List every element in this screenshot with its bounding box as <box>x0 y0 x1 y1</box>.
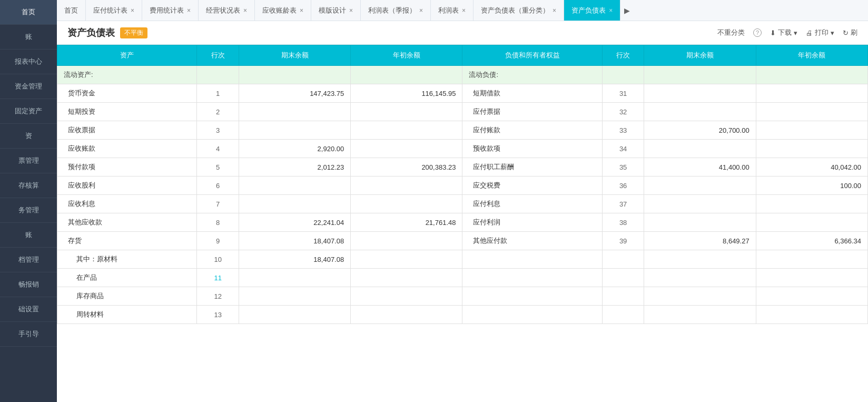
tab-ar-aging[interactable]: 应收账龄表 × <box>255 0 311 21</box>
cell-year-start <box>351 103 462 121</box>
table-row[interactable]: 应收股利 6 应交税费 36 100.00 <box>57 177 868 195</box>
sidebar-item-doc-mgmt[interactable]: 档管理 <box>0 248 57 272</box>
cell-year-start2 <box>756 287 867 306</box>
sidebar-item-report-center[interactable]: 报表中心 <box>0 50 57 74</box>
cell-year-start: 200,383.23 <box>351 158 462 177</box>
cell-row-num2: 39 <box>602 232 644 250</box>
cell-year-start <box>351 177 462 195</box>
sidebar-item-guide[interactable]: 手引导 <box>0 322 57 347</box>
cell-asset: 短期投资 <box>57 103 197 121</box>
cell-row-num: 13 <box>197 306 239 324</box>
cell-row-num: 3 <box>197 121 239 140</box>
tab-close-ar-aging[interactable]: × <box>300 7 303 14</box>
cell-liab: 应付职工薪酬 <box>462 158 602 177</box>
cell-row-num: 11 <box>197 269 239 287</box>
tab-close-profit[interactable]: × <box>462 7 466 14</box>
sidebar: 首页 账 报表中心 资金管理 固定资产 资 票管理 存核算 务管理 账 档管理 … <box>0 0 57 402</box>
table-row[interactable]: 应收账款 4 2,920.00 预收款项 34 <box>57 140 868 158</box>
table-row[interactable]: 短期投资 2 应付票据 32 <box>57 103 868 121</box>
cell-period-end2: 20,700.00 <box>644 121 756 140</box>
tab-profit[interactable]: 利润表 × <box>431 0 474 21</box>
cell-row-num2: 32 <box>602 103 644 121</box>
cell-year-start <box>351 232 462 250</box>
table-row[interactable]: 存货 9 18,407.08 其他应付款 39 8,649.27 6,366.3… <box>57 232 868 250</box>
table-row[interactable]: 应收利息 7 应付利息 37 <box>57 195 868 213</box>
cell-row-num: 4 <box>197 140 239 158</box>
table-row[interactable]: 在产品 11 <box>57 269 868 287</box>
cell-row-num: 9 <box>197 232 239 250</box>
tab-close-operations[interactable]: × <box>243 7 247 14</box>
cell-period-end2 <box>644 213 756 232</box>
sidebar-item-account[interactable]: 账 <box>0 25 57 50</box>
table-row[interactable]: 其中：原材料 10 18,407.08 <box>57 250 868 269</box>
cell-row-num: 7 <box>197 195 239 213</box>
cell-liab <box>462 287 602 306</box>
tab-close-ap-stats[interactable]: × <box>131 7 134 14</box>
table-row[interactable]: 应收票据 3 应付账款 33 20,700.00 <box>57 121 868 140</box>
cell-period-end: 18,407.08 <box>239 250 350 269</box>
cell-period-end <box>239 195 350 213</box>
col-year-start: 年初余额 <box>351 45 462 66</box>
table-row[interactable]: 预付款项 5 2,012.23 200,383.23 应付职工薪酬 35 41,… <box>57 158 868 177</box>
sidebar-item-tax-mgmt[interactable]: 务管理 <box>0 198 57 223</box>
sidebar-item-home[interactable]: 首页 <box>0 0 57 25</box>
sidebar-item-ledger[interactable]: 账 <box>0 223 57 248</box>
cell-row-num: 1 <box>197 84 239 103</box>
cell-row-num2: 37 <box>602 195 644 213</box>
table-row[interactable]: 其他应收款 8 22,241.04 21,761.48 应付利润 38 <box>57 213 868 232</box>
tab-close-expense-stats[interactable]: × <box>187 7 191 14</box>
sidebar-item-settings[interactable]: 础设置 <box>0 297 57 322</box>
tab-balance-sheet[interactable]: 资产负债表 × <box>564 0 620 21</box>
cell-asset: 其中：原材料 <box>57 250 197 269</box>
col-asset: 资产 <box>57 45 197 66</box>
cell-row-num2: 38 <box>602 213 644 232</box>
cell-period-end: 2,012.23 <box>239 158 350 177</box>
sidebar-item-inventory[interactable]: 存核算 <box>0 173 57 198</box>
sidebar-item-fund-mgmt[interactable]: 资金管理 <box>0 74 57 99</box>
cell-asset: 存货 <box>57 232 197 250</box>
tab-close-profit-quarterly[interactable]: × <box>419 7 423 14</box>
table-row[interactable]: 流动资产: 流动负债: <box>57 66 868 84</box>
cell-period-end <box>239 103 350 121</box>
tab-ap-stats[interactable]: 应付统计表 × <box>86 0 142 21</box>
cell-year-start2 <box>756 269 867 287</box>
cell-asset: 应收利息 <box>57 195 197 213</box>
cell-row-num2 <box>602 287 644 306</box>
cell-year-start2: 100.00 <box>756 177 867 195</box>
classify-label: 不重分类 <box>717 28 745 37</box>
section-year-start2 <box>756 66 867 84</box>
tab-operations[interactable]: 经营状况表 × <box>199 0 255 21</box>
section-year-start <box>351 66 462 84</box>
sidebar-item-fixed-assets[interactable]: 固定资产 <box>0 99 57 124</box>
cell-year-start <box>351 121 462 140</box>
cell-year-start2 <box>756 250 867 269</box>
cell-row-num2: 36 <box>602 177 644 195</box>
tab-balance-reclassified[interactable]: 资产负债表（重分类） × <box>474 0 564 21</box>
table-row[interactable]: 货币资金 1 147,423.75 116,145.95 短期借款 31 <box>57 84 868 103</box>
tab-home[interactable]: 首页 <box>57 0 86 21</box>
sidebar-item-expense[interactable]: 畅报销 <box>0 272 57 297</box>
table-row[interactable]: 周转材料 13 <box>57 306 868 324</box>
cell-period-end: 147,423.75 <box>239 84 350 103</box>
cell-year-start2 <box>756 103 867 121</box>
cell-row-num2: 35 <box>602 158 644 177</box>
cell-row-num: 5 <box>197 158 239 177</box>
print-button[interactable]: 🖨 打印 ▾ <box>806 28 834 37</box>
sidebar-item-ticket-mgmt[interactable]: 票管理 <box>0 149 57 173</box>
cell-period-end2: 41,400.00 <box>644 158 756 177</box>
help-icon[interactable]: ? <box>753 28 762 37</box>
tab-expense-stats[interactable]: 费用统计表 × <box>142 0 199 21</box>
cell-period-end <box>239 269 350 287</box>
tab-profit-quarterly[interactable]: 利润表（季报） × <box>361 0 431 21</box>
sidebar-item-assets[interactable]: 资 <box>0 124 57 149</box>
refresh-button[interactable]: ↻ 刷 <box>843 28 857 37</box>
tab-template-design[interactable]: 模版设计 × <box>311 0 361 21</box>
download-button[interactable]: ⬇ 下载 ▾ <box>770 28 797 37</box>
tab-close-balance-sheet[interactable]: × <box>609 7 613 14</box>
tab-scroll-arrow[interactable]: ▶ <box>620 0 633 21</box>
tab-close-balance-reclassified[interactable]: × <box>553 7 556 14</box>
tab-close-template-design[interactable]: × <box>349 7 353 14</box>
section-liab-label: 流动负债: <box>462 66 602 84</box>
cell-liab: 预收款项 <box>462 140 602 158</box>
table-row[interactable]: 库存商品 12 <box>57 287 868 306</box>
